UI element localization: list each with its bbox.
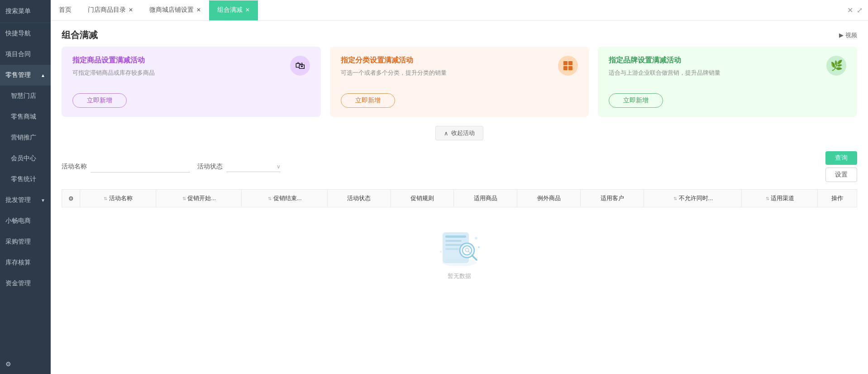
table-header: ⚙ ⇅ 活动名称 ⇅ 促销开始... ⇅ 促销结束... [62, 190, 857, 207]
activity-status-label: 活动状态 [197, 163, 223, 171]
sidebar-item-wholesale-mgmt[interactable]: 批发管理 ▼ [0, 190, 51, 211]
category-card-title: 指定分类设置满减活动 [341, 56, 578, 65]
search-buttons: 查询 设置 [825, 151, 857, 182]
activity-table: ⚙ ⇅ 活动名称 ⇅ 促销开始... ⇅ 促销结束... [62, 189, 857, 207]
query-button[interactable]: 查询 [825, 151, 857, 165]
video-link[interactable]: ▶ 视频 [839, 31, 857, 39]
tab-wechat-store-close[interactable]: ✕ [196, 7, 201, 13]
activity-name-input[interactable] [91, 161, 190, 173]
svg-rect-6 [445, 235, 466, 238]
svg-rect-8 [445, 244, 463, 246]
main-content: 首页 门店商品目录 ✕ 微商城店铺设置 ✕ 组合满减 ✕ ✕ ⤢ 组合满减 ▶ … [51, 0, 868, 374]
brand-discount-card: 🌿 指定品牌设置满减活动 适合与上游企业联合做营销，提升品牌销量 立即新增 [598, 47, 857, 117]
table-activity-status-col: 活动状态 [327, 190, 391, 207]
chevron-up-icon: ∧ [444, 130, 448, 137]
empty-illustration [62, 225, 857, 269]
topbar-right: ✕ ⤢ [847, 6, 868, 14]
sort-icon-left: ⇅ [673, 196, 677, 201]
table-applicable-channel-col[interactable]: ⇅ 适用渠道 [742, 190, 818, 207]
maximize-window-btn[interactable]: ⤢ [857, 6, 863, 14]
svg-rect-2 [563, 66, 568, 70]
svg-rect-3 [568, 66, 572, 70]
chevron-down-icon: ▼ [41, 198, 45, 203]
brand-card-desc: 适合与上游企业联合做营销，提升品牌销量 [609, 69, 846, 86]
sidebar-item-xiaochangec[interactable]: 小畅电商 [0, 211, 51, 231]
sidebar-settings-btn[interactable]: ⚙ [0, 354, 51, 374]
search-bar: 活动名称 活动状态 ∨ 查询 设置 [51, 144, 868, 186]
product-card-icon: 🛍 [290, 56, 310, 76]
sort-icon-left: ⇅ [104, 196, 107, 201]
activity-status-select[interactable]: ∨ [226, 162, 281, 172]
table-section: ⚙ ⇅ 活动名称 ⇅ 促销开始... ⇅ 促销结束... [51, 186, 868, 289]
table-applicable-goods-col: 适用商品 [454, 190, 517, 207]
product-card-title: 指定商品设置满减活动 [72, 56, 310, 65]
sidebar-item-project-contract[interactable]: 项目合同 [0, 44, 51, 65]
page-header: 组合满减 ▶ 视频 [51, 21, 868, 47]
chevron-down-icon: ∨ [277, 163, 281, 170]
gear-icon: ⚙ [5, 360, 11, 368]
table-promo-end-col[interactable]: ⇅ 促销结束... [242, 190, 328, 207]
table-no-simultaneous-col[interactable]: ⇅ 不允许同时... [644, 190, 742, 207]
category-card-add-btn[interactable]: 立即新增 [341, 93, 395, 108]
topbar: 首页 门店商品目录 ✕ 微商城店铺设置 ✕ 组合满减 ✕ ✕ ⤢ [51, 0, 868, 21]
tab-store-catalog-close[interactable]: ✕ [129, 7, 133, 13]
tab-wechat-store[interactable]: 微商城店铺设置 ✕ [141, 0, 209, 20]
svg-point-16 [440, 251, 442, 253]
table-promo-start-col[interactable]: ⇅ 促销开始... [156, 190, 242, 207]
sidebar-item-purchase-mgmt[interactable]: 采购管理 [0, 231, 51, 252]
svg-rect-9 [445, 248, 459, 250]
empty-text: 暂无数据 [62, 272, 857, 280]
sidebar-item-member-center[interactable]: 会员中心 [0, 148, 51, 169]
empty-state: 暂无数据 [62, 207, 857, 289]
page-title: 组合满减 [62, 29, 98, 41]
table-exception-goods-col: 例外商品 [517, 190, 581, 207]
table-promo-rule-col: 促销规则 [391, 190, 454, 207]
settings-button[interactable]: 设置 [825, 168, 857, 182]
table-applicable-customer-col: 适用客户 [581, 190, 644, 207]
activity-status-field: 活动状态 ∨ [197, 162, 281, 172]
collapse-bar: ∧ 收起活动 [62, 122, 857, 144]
brand-card-title: 指定品牌设置满减活动 [609, 56, 846, 65]
sidebar-item-smart-store[interactable]: 智慧门店 [0, 86, 51, 106]
category-discount-card: 指定分类设置满减活动 可选一个或者多个分类，提升分类的销量 立即新增 [330, 47, 589, 117]
sort-icon-left: ⇅ [766, 196, 769, 201]
product-discount-card: 🛍 指定商品设置满减活动 可指定滞销商品或库存较多商品 立即新增 [62, 47, 321, 117]
sidebar-item-inventory-calc[interactable]: 库存核算 [0, 252, 51, 273]
sidebar-search[interactable]: 搜索菜单 [0, 0, 51, 23]
activity-name-field: 活动名称 [62, 161, 190, 173]
collapse-activity-btn[interactable]: ∧ 收起活动 [435, 126, 483, 140]
table-settings-col[interactable]: ⚙ [62, 190, 80, 207]
tab-home[interactable]: 首页 [51, 0, 80, 20]
category-card-desc: 可选一个或者多个分类，提升分类的销量 [341, 69, 578, 86]
sort-icon-left: ⇅ [268, 196, 272, 201]
svg-point-15 [475, 237, 477, 240]
product-card-add-btn[interactable]: 立即新增 [72, 93, 127, 108]
brand-card-add-btn[interactable]: 立即新增 [609, 93, 663, 108]
product-card-desc: 可指定滞销商品或库存较多商品 [72, 69, 310, 86]
sidebar: 搜索菜单 快捷导航 项目合同 零售管理 ▲ 智慧门店 零售商城 营销推广 会员中… [0, 0, 51, 374]
sidebar-item-finance-mgmt[interactable]: 资金管理 [0, 273, 51, 294]
play-icon: ▶ [839, 32, 844, 38]
svg-rect-7 [445, 240, 462, 242]
svg-line-12 [472, 255, 477, 260]
activity-name-label: 活动名称 [62, 163, 87, 171]
chevron-up-icon: ▲ [41, 73, 45, 78]
table-action-col: 操作 [817, 190, 857, 207]
sidebar-item-marketing[interactable]: 营销推广 [0, 127, 51, 148]
tab-combo-discount-close[interactable]: ✕ [245, 7, 250, 13]
svg-rect-0 [563, 61, 568, 65]
sidebar-item-retail-mgmt[interactable]: 零售管理 ▲ [0, 65, 51, 86]
page-content: 组合满减 ▶ 视频 🛍 指定商品设置满减活动 可指定滞销商品或库存较多商品 立即… [51, 21, 868, 374]
sidebar-item-retail-mall[interactable]: 零售商城 [0, 106, 51, 127]
close-window-btn[interactable]: ✕ [847, 6, 853, 14]
tab-combo-discount[interactable]: 组合满减 ✕ [209, 0, 258, 20]
tab-store-catalog[interactable]: 门店商品目录 ✕ [80, 0, 141, 20]
gear-icon: ⚙ [68, 195, 74, 202]
brand-card-icon: 🌿 [826, 56, 846, 76]
sidebar-item-retail-stats[interactable]: 零售统计 [0, 169, 51, 190]
svg-rect-1 [568, 61, 572, 65]
sort-icon-left: ⇅ [182, 196, 186, 201]
sidebar-item-quick-nav[interactable]: 快捷导航 [0, 23, 51, 44]
cards-section: 🛍 指定商品设置满减活动 可指定滞销商品或库存较多商品 立即新增 指定分类设置满… [51, 47, 868, 122]
table-activity-name-col[interactable]: ⇅ 活动名称 [80, 190, 156, 207]
